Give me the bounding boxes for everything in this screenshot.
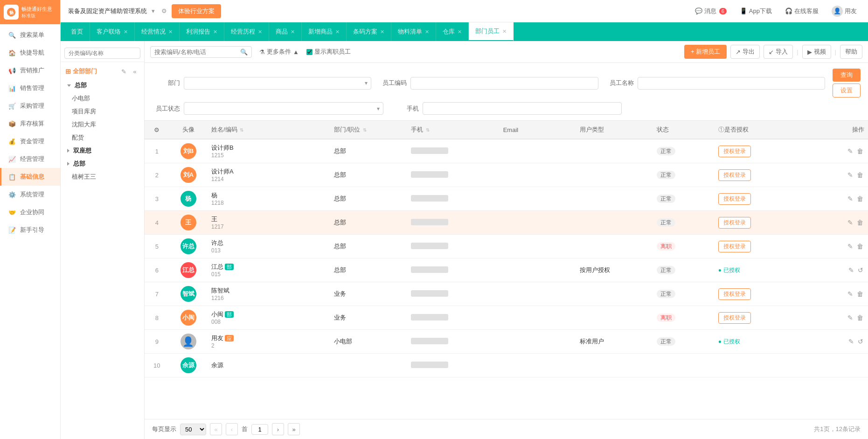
auth-btn-7[interactable]: 授权登录 bbox=[718, 288, 751, 300]
delete-btn-2[interactable]: 🗑 bbox=[857, 171, 863, 179]
tab-home[interactable]: 首页 bbox=[64, 22, 90, 41]
settings-icon[interactable]: ⚙ bbox=[161, 7, 167, 14]
dept-item-shenyang[interactable]: 沈阳大库 bbox=[61, 118, 144, 131]
export-button[interactable]: ↗ 导出 bbox=[730, 45, 760, 59]
edit-btn-6[interactable]: ✎ bbox=[848, 266, 854, 274]
query-button[interactable]: 查询 bbox=[833, 69, 861, 82]
delete-btn-4[interactable]: 🗑 bbox=[857, 219, 863, 226]
add-employee-button[interactable]: + 新增员工 bbox=[684, 45, 727, 59]
resigned-checkbox-input[interactable] bbox=[306, 49, 312, 55]
tab-goods[interactable]: 商品 ✕ bbox=[269, 22, 302, 41]
tab-close-bom[interactable]: ✕ bbox=[425, 29, 429, 35]
sidebar-item-sales[interactable]: 📊 销售管理 bbox=[0, 79, 60, 97]
auth-btn-3[interactable]: 授权登录 bbox=[718, 193, 751, 205]
status-select[interactable] bbox=[184, 102, 383, 115]
delete-btn-5[interactable]: 🗑 bbox=[857, 243, 863, 250]
dept-group-title-3[interactable]: 总部 bbox=[61, 157, 144, 170]
code-input[interactable] bbox=[410, 77, 598, 90]
tab-barcode[interactable]: 条码方案 ✕ bbox=[347, 22, 391, 41]
per-page-select[interactable]: 50 100 bbox=[180, 424, 206, 435]
sidebar-item-quick-nav[interactable]: 🏠 快捷导航 bbox=[0, 44, 60, 62]
edit-btn-2[interactable]: ✎ bbox=[847, 171, 853, 179]
dept-item-peihuo[interactable]: 配货 bbox=[61, 131, 144, 144]
tab-close-warehouse[interactable]: ✕ bbox=[458, 29, 462, 35]
delete-btn-7[interactable]: 🗑 bbox=[857, 290, 863, 298]
dept-group-title-1[interactable]: 总部 bbox=[61, 79, 144, 92]
tab-close-customer[interactable]: ✕ bbox=[124, 29, 128, 35]
sort-phone-icon[interactable]: ⇅ bbox=[426, 127, 430, 132]
refresh-btn-6[interactable]: ↺ bbox=[858, 266, 863, 274]
refresh-btn-9[interactable]: ↺ bbox=[858, 338, 863, 345]
delete-btn-3[interactable]: 🗑 bbox=[857, 195, 863, 202]
app-download-btn[interactable]: 📱 App下载 bbox=[736, 5, 776, 17]
tab-customer[interactable]: 客户联络 ✕ bbox=[90, 22, 135, 41]
last-page-btn[interactable]: » bbox=[288, 423, 300, 435]
sidebar-item-finance[interactable]: 💰 资金管理 bbox=[0, 132, 60, 150]
dept-item-xiaodian[interactable]: 小电部 bbox=[61, 92, 144, 105]
auth-btn-8[interactable]: 授权登录 bbox=[718, 312, 751, 324]
dept-item-zhishu[interactable]: 植树王三 bbox=[61, 170, 144, 183]
show-resigned-checkbox[interactable]: 显示离职员工 bbox=[306, 48, 351, 56]
tab-close-history[interactable]: ✕ bbox=[258, 29, 262, 35]
set-button[interactable]: 设置 bbox=[833, 84, 861, 98]
delete-btn-1[interactable]: 🗑 bbox=[857, 147, 863, 155]
tab-close-barcode[interactable]: ✕ bbox=[380, 29, 384, 35]
sidebar-item-purchase[interactable]: 🛒 采购管理 bbox=[0, 97, 60, 115]
th-name[interactable]: 姓名/编码 ⇅ bbox=[208, 121, 330, 139]
sort-name-icon[interactable]: ⇅ bbox=[240, 127, 243, 132]
th-dept[interactable]: 部门/职位 ⇅ bbox=[330, 121, 407, 139]
edit-btn-7[interactable]: ✎ bbox=[847, 290, 853, 298]
sidebar-item-basic[interactable]: 📋 基础信息 bbox=[0, 168, 60, 186]
settings-icon[interactable]: ⚙ bbox=[154, 126, 160, 133]
edit-btn-3[interactable]: ✎ bbox=[847, 195, 853, 202]
tab-close-operation-status[interactable]: ✕ bbox=[168, 29, 173, 35]
delete-btn-8[interactable]: 🗑 bbox=[857, 314, 863, 321]
tab-warehouse[interactable]: 仓库 ✕ bbox=[436, 22, 469, 41]
message-btn[interactable]: 💬 消息 6 bbox=[691, 5, 730, 17]
online-service-btn[interactable]: 🎧 在线客服 bbox=[781, 5, 822, 17]
view-button[interactable]: ▶ 视频 bbox=[802, 45, 831, 59]
dept-group-title-2[interactable]: 双座想 bbox=[61, 144, 144, 157]
edit-btn-5[interactable]: ✎ bbox=[847, 243, 853, 250]
tab-bom[interactable]: 物料清单 ✕ bbox=[391, 22, 436, 41]
edit-btn-9[interactable]: ✎ bbox=[848, 338, 854, 345]
first-page-btn[interactable]: « bbox=[210, 423, 222, 435]
dept-collapse-btn[interactable]: « bbox=[130, 67, 139, 76]
search-input[interactable] bbox=[154, 49, 238, 56]
help-button[interactable]: 帮助 bbox=[840, 45, 862, 59]
emp-name-input[interactable] bbox=[638, 77, 825, 90]
all-dept-label[interactable]: ⊞ 全部部门 bbox=[65, 67, 97, 76]
tab-operation-status[interactable]: 经营情况 ✕ bbox=[135, 22, 180, 41]
auth-btn-2[interactable]: 授权登录 bbox=[718, 169, 751, 181]
more-filter-btn[interactable]: ⚗ 更多条件 ▲ bbox=[256, 46, 303, 58]
user-btn[interactable]: 👤 用友 bbox=[828, 4, 861, 19]
edit-btn-1[interactable]: ✎ bbox=[847, 147, 853, 155]
sidebar-item-stock[interactable]: 📦 库存核算 bbox=[0, 115, 60, 132]
tab-add-goods[interactable]: 新增商品 ✕ bbox=[302, 22, 347, 41]
sidebar-item-marketing[interactable]: 📢 营销推广 bbox=[0, 62, 60, 79]
sidebar-item-search[interactable]: 🔍 搜索菜单 bbox=[0, 26, 60, 44]
sidebar-item-operation[interactable]: 📈 经营管理 bbox=[0, 150, 60, 168]
auth-btn-4[interactable]: 授权登录 bbox=[718, 217, 751, 229]
dropdown-arrow[interactable]: ▾ bbox=[152, 7, 155, 14]
trial-button[interactable]: 体验行业方案 bbox=[172, 4, 221, 18]
prev-page-btn[interactable]: ‹ bbox=[226, 423, 238, 435]
edit-btn-8[interactable]: ✎ bbox=[847, 314, 853, 321]
phone-input[interactable] bbox=[423, 102, 622, 115]
sort-dept-icon[interactable]: ⇅ bbox=[363, 127, 367, 132]
edit-btn-4[interactable]: ✎ bbox=[847, 219, 853, 226]
tab-close-profit[interactable]: ✕ bbox=[213, 29, 217, 35]
auth-btn-5[interactable]: 授权登录 bbox=[718, 241, 751, 252]
page-input[interactable] bbox=[251, 424, 268, 435]
dept-select[interactable] bbox=[184, 77, 371, 90]
import-button[interactable]: ↙ 导入 bbox=[764, 45, 793, 59]
tab-profit[interactable]: 利润报告 ✕ bbox=[180, 22, 224, 41]
tab-close-department[interactable]: ✕ bbox=[502, 28, 507, 35]
th-phone[interactable]: 手机 ⇅ bbox=[407, 121, 500, 139]
sidebar-item-system[interactable]: ⚙️ 系统管理 bbox=[0, 186, 60, 203]
sidebar-item-collab[interactable]: 🤝 企业协同 bbox=[0, 203, 60, 221]
tab-history[interactable]: 经营历程 ✕ bbox=[224, 22, 269, 41]
tab-department[interactable]: 部门员工 ✕ bbox=[469, 22, 514, 41]
tab-close-goods[interactable]: ✕ bbox=[291, 29, 295, 35]
dept-edit-btn[interactable]: ✎ bbox=[119, 67, 128, 76]
